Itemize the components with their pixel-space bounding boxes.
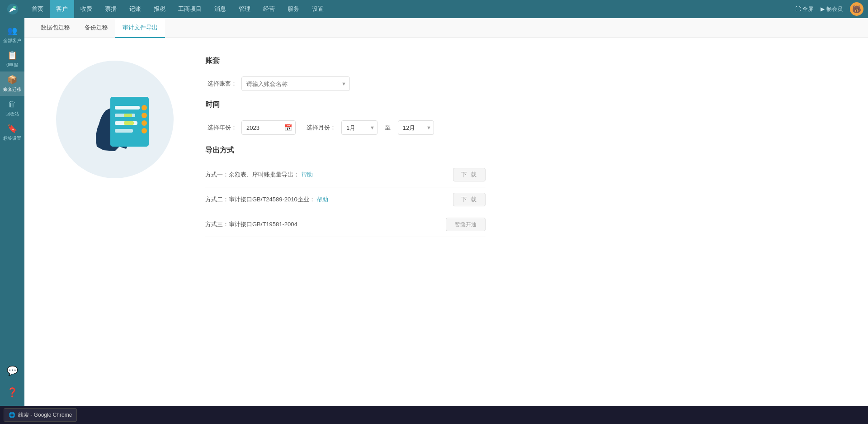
nav-home[interactable]: 首页 (25, 0, 50, 18)
nav-message[interactable]: 消息 (208, 0, 232, 18)
month-end-wrapper: 1月2月3月4月 5月6月7月8月 9月10月11月 12月 ▼ (398, 120, 434, 135)
year-input[interactable] (241, 120, 296, 135)
tab-audit-export[interactable]: 审计文件导出 (115, 18, 165, 38)
nav-invoice[interactable]: 票据 (99, 0, 123, 18)
help-icon[interactable]: ❓ (3, 383, 21, 401)
account-input[interactable] (241, 76, 350, 91)
nav-items: 首页 客户 收费 票据 记账 报税 工商项目 消息 管理 经营 服务 设置 (25, 0, 795, 18)
svg-point-9 (142, 120, 147, 126)
migrate-icon: 📦 (7, 75, 17, 85)
svg-rect-6 (115, 129, 133, 133)
sidebar-item-label: 账套迁移 (3, 86, 21, 93)
method2-help-link[interactable]: 帮助 (316, 196, 328, 203)
nav-service[interactable]: 服务 (281, 0, 306, 18)
chat-icon[interactable]: 💬 (3, 362, 21, 380)
svg-point-1 (13, 6, 16, 9)
tab-data-migrate[interactable]: 数据包迁移 (33, 18, 77, 38)
time-section-title: 时间 (205, 100, 486, 113)
page-content: 账套 选择账套： ▼ 时间 选择年份： 📅 (24, 38, 868, 406)
nav-settings[interactable]: 设置 (306, 0, 330, 18)
method2-download-btn[interactable]: 下 载 (453, 193, 486, 206)
export-method-3-text: 方式三：审计接口GB/T19581-2004 (205, 220, 297, 229)
nav-fee[interactable]: 收费 (74, 0, 99, 18)
fullscreen-icon: ⛶ (795, 6, 801, 12)
member-btn[interactable]: ▶ 畅会员 (821, 5, 843, 13)
sidebar-item-tag-settings[interactable]: 🔖 标签设置 (0, 120, 24, 145)
top-nav-right: ⛶ 全屏 ▶ 畅会员 🐻 (795, 2, 863, 16)
sidebar-item-label: 全部客户 (3, 38, 21, 44)
fullscreen-btn[interactable]: ⛶ 全屏 (795, 5, 813, 13)
sidebar-item-zero-declare[interactable]: 📋 0申报 (0, 47, 24, 71)
illustration-circle (56, 61, 174, 178)
declare-icon: 📋 (7, 50, 17, 60)
top-nav: 首页 客户 收费 票据 记账 报税 工商项目 消息 管理 经营 服务 设置 ⛶ … (0, 0, 868, 18)
method1-download-btn[interactable]: 下 载 (453, 168, 486, 181)
sidebar-item-label: 0申报 (6, 62, 18, 68)
member-icon: ▶ (821, 6, 825, 12)
export-method-2-row: 方式二：审计接口GB/T24589-2010企业： 帮助 下 载 (205, 187, 486, 212)
year-label: 选择年份： (205, 124, 237, 132)
svg-point-10 (142, 128, 147, 133)
sidebar-bottom: 💬 ❓ (3, 362, 21, 406)
member-label: 畅会员 (826, 5, 843, 13)
content-area: 数据包迁移 备份迁移 审计文件导出 (24, 18, 868, 406)
sidebar-item-label: 回收站 (5, 111, 19, 117)
main-layout: 👥 全部客户 📋 0申报 📦 账套迁移 🗑 回收站 🔖 标签设置 💬 ❓ 数据包… (0, 18, 868, 406)
export-method-3-row: 方式三：审计接口GB/T19581-2004 暂缓开通 (205, 212, 486, 237)
time-row: 选择年份： 📅 选择月份： 1月2月3月4月 5月6月7月8月 9月10月11月… (205, 120, 486, 135)
method1-help-link[interactable]: 帮助 (301, 171, 313, 178)
nav-tax[interactable]: 报税 (147, 0, 172, 18)
fullscreen-label: 全屏 (802, 5, 813, 13)
tab-backup-migrate[interactable]: 备份迁移 (77, 18, 115, 38)
to-separator: 至 (385, 124, 391, 132)
illustration-area (52, 56, 178, 183)
export-method-1-text: 方式一：余额表、序时账批量导出： 帮助 (205, 171, 313, 179)
nav-bookkeeping[interactable]: 记账 (123, 0, 147, 18)
export-method-2-text: 方式二：审计接口GB/T24589-2010企业： 帮助 (205, 195, 328, 204)
month-start-select[interactable]: 1月2月3月4月 5月6月7月8月 9月10月11月12月 (341, 120, 377, 135)
nav-operation[interactable]: 经营 (257, 0, 281, 18)
month-start-wrapper: 1月2月3月4月 5月6月7月8月 9月10月11月12月 ▼ (341, 120, 377, 135)
account-label: 选择账套： (205, 80, 237, 88)
time-inputs: 📅 选择月份： 1月2月3月4月 5月6月7月8月 9月10月11月12月 ▼ … (241, 120, 434, 135)
svg-point-8 (142, 113, 147, 118)
account-row: 选择账套： ▼ (205, 76, 486, 91)
export-section-title: 导出方式 (205, 146, 486, 155)
sidebar: 👥 全部客户 📋 0申报 📦 账套迁移 🗑 回收站 🔖 标签设置 💬 ❓ (0, 18, 24, 406)
users-icon: 👥 (7, 26, 17, 36)
taskbar: 🌐 线索 - Google Chrome (0, 406, 868, 424)
taskbar-item-label: 线索 - Google Chrome (18, 411, 72, 419)
nav-customer[interactable]: 客户 (50, 0, 74, 18)
svg-rect-11 (124, 114, 132, 117)
account-section-title: 账套 (205, 56, 486, 69)
account-select-wrapper: ▼ (241, 76, 350, 91)
sidebar-item-label: 标签设置 (3, 135, 21, 142)
sidebar-item-all-customers[interactable]: 👥 全部客户 (0, 23, 24, 47)
nav-manage[interactable]: 管理 (232, 0, 257, 18)
sidebar-item-account-migrate[interactable]: 📦 账套迁移 (0, 71, 24, 96)
nav-business[interactable]: 工商项目 (172, 0, 208, 18)
month-label: 选择月份： (307, 124, 336, 132)
export-method-1-row: 方式一：余额表、序时账批量导出： 帮助 下 载 (205, 162, 486, 187)
app-logo (5, 1, 21, 17)
svg-point-7 (142, 105, 147, 110)
tabs-bar: 数据包迁移 备份迁移 审计文件导出 (24, 18, 868, 38)
avatar[interactable]: 🐻 (850, 2, 863, 16)
year-input-wrapper: 📅 (241, 120, 296, 135)
tag-icon: 🔖 (7, 124, 17, 133)
chrome-icon: 🌐 (9, 412, 15, 418)
taskbar-chrome-item[interactable]: 🌐 线索 - Google Chrome (4, 408, 77, 422)
month-end-select[interactable]: 1月2月3月4月 5月6月7月8月 9月10月11月 12月 (398, 120, 434, 135)
svg-rect-3 (115, 106, 140, 110)
svg-rect-12 (124, 121, 134, 125)
sidebar-item-recycle[interactable]: 🗑 回收站 (0, 96, 24, 120)
method3-coming-soon-btn[interactable]: 暂缓开通 (446, 218, 486, 231)
trash-icon: 🗑 (8, 100, 16, 109)
form-area: 账套 选择账套： ▼ 时间 选择年份： 📅 (205, 56, 486, 237)
